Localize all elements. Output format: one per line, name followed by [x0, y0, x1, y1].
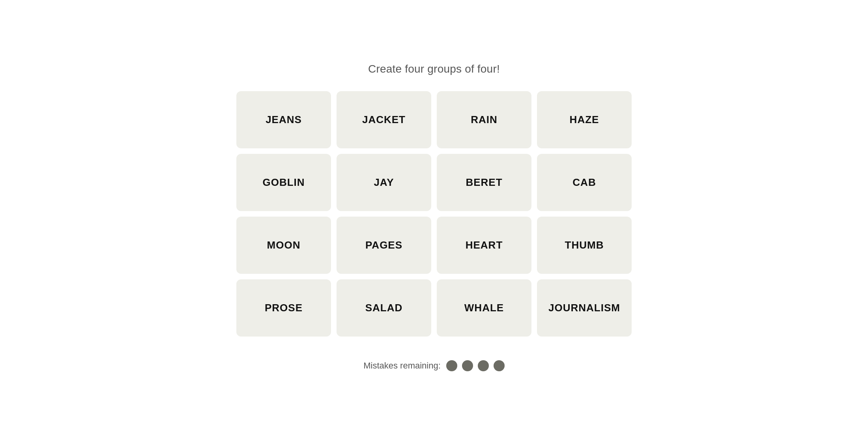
card-label-prose: PROSE: [265, 302, 303, 314]
card-jacket[interactable]: JACKET: [337, 91, 431, 148]
card-moon[interactable]: MOON: [236, 217, 331, 274]
mistake-dot-3: [478, 360, 489, 371]
card-label-heart: HEART: [466, 239, 503, 251]
card-jeans[interactable]: JEANS: [236, 91, 331, 148]
card-label-jay: JAY: [374, 176, 394, 189]
mistakes-dots: [446, 360, 505, 371]
card-beret[interactable]: BERET: [437, 154, 531, 211]
mistake-dot-2: [462, 360, 473, 371]
card-label-whale: WHALE: [464, 302, 504, 314]
card-label-pages: PAGES: [365, 239, 402, 251]
card-goblin[interactable]: GOBLIN: [236, 154, 331, 211]
card-rain[interactable]: RAIN: [437, 91, 531, 148]
card-label-jeans: JEANS: [266, 114, 302, 126]
card-salad[interactable]: SALAD: [337, 279, 431, 337]
subtitle: Create four groups of four!: [368, 63, 500, 75]
card-label-moon: MOON: [267, 239, 301, 251]
mistake-dot-4: [494, 360, 505, 371]
card-haze[interactable]: HAZE: [537, 91, 632, 148]
card-heart[interactable]: HEART: [437, 217, 531, 274]
card-label-jacket: JACKET: [362, 114, 406, 126]
page-wrapper: Create four groups of four! JEANSJACKETR…: [217, 63, 651, 371]
card-journalism[interactable]: JOURNALISM: [537, 279, 632, 337]
card-label-salad: SALAD: [365, 302, 403, 314]
card-pages[interactable]: PAGES: [337, 217, 431, 274]
card-thumb[interactable]: THUMB: [537, 217, 632, 274]
mistakes-area: Mistakes remaining:: [363, 360, 505, 371]
card-label-haze: HAZE: [570, 114, 599, 126]
mistake-dot-1: [446, 360, 457, 371]
card-label-rain: RAIN: [471, 114, 498, 126]
card-label-journalism: JOURNALISM: [548, 302, 620, 314]
mistakes-label: Mistakes remaining:: [363, 361, 441, 371]
card-label-thumb: THUMB: [565, 239, 604, 251]
card-label-beret: BERET: [466, 176, 502, 189]
word-grid: JEANSJACKETRAINHAZEGOBLINJAYBERETCABMOON…: [236, 91, 632, 337]
card-jay[interactable]: JAY: [337, 154, 431, 211]
card-prose[interactable]: PROSE: [236, 279, 331, 337]
card-label-cab: CAB: [572, 176, 596, 189]
card-label-goblin: GOBLIN: [262, 176, 305, 189]
card-whale[interactable]: WHALE: [437, 279, 531, 337]
card-cab[interactable]: CAB: [537, 154, 632, 211]
